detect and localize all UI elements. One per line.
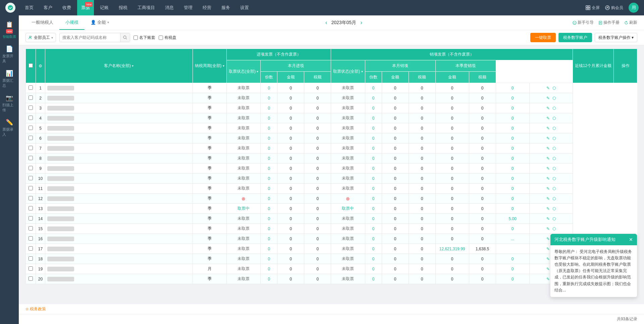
edit-icon[interactable]: ✎: [546, 116, 550, 121]
copy-icon[interactable]: ⬡: [552, 136, 556, 141]
edit-icon[interactable]: ✎: [546, 176, 550, 181]
row-checkbox[interactable]: [29, 166, 33, 170]
tax-digital-account-op-btn[interactable]: 税务数字账户操作 ▾: [595, 33, 637, 42]
row-checkbox[interactable]: [29, 156, 33, 160]
nav-item-service[interactable]: 服务: [217, 0, 234, 15]
edit-icon[interactable]: ✎: [546, 136, 550, 141]
copy-icon[interactable]: ⬡: [552, 106, 556, 111]
member-btn[interactable]: 购会员: [605, 5, 623, 11]
nav-item-manage[interactable]: 管理: [180, 0, 197, 15]
edit-icon[interactable]: ✎: [546, 237, 550, 241]
copy-icon[interactable]: ⬡: [552, 96, 556, 101]
tax-disk-checkbox-label[interactable]: 有税盘: [159, 35, 176, 41]
edit-icon[interactable]: ✎: [546, 226, 550, 231]
edit-icon[interactable]: ✎: [546, 186, 550, 191]
tax-period-filter-icon[interactable]: ▾: [223, 64, 224, 68]
refresh-btn[interactable]: 刷新: [624, 20, 637, 25]
tax-digital-account-btn[interactable]: 税务数字账户: [558, 33, 592, 42]
row-checkbox[interactable]: [29, 256, 33, 261]
tax-helper-link[interactable]: ⊙ 税务政策: [19, 304, 644, 314]
copy-icon[interactable]: ⬡: [552, 86, 556, 90]
select-all-checkbox[interactable]: [29, 63, 33, 68]
copy-icon[interactable]: ⬡: [552, 186, 556, 191]
row-checkbox[interactable]: [29, 186, 33, 190]
ledger-checkbox[interactable]: [133, 36, 138, 40]
edit-icon[interactable]: ✎: [546, 96, 550, 101]
manual-btn[interactable]: 操作手册: [598, 20, 620, 25]
tab-all-capable[interactable]: 👤 全能 ▾: [85, 16, 115, 30]
edit-icon[interactable]: ✎: [546, 156, 550, 161]
date-next-btn[interactable]: ›: [360, 19, 362, 26]
copy-icon[interactable]: ⬡: [552, 176, 556, 181]
date-prev-btn[interactable]: ‹: [325, 19, 327, 26]
row-checkbox[interactable]: [29, 276, 33, 281]
tab-general-taxpayer[interactable]: 一般纳税人: [25, 16, 59, 30]
row-checkbox[interactable]: [29, 266, 33, 271]
edit-icon[interactable]: ✎: [546, 206, 550, 211]
tax-disk-checkbox[interactable]: [159, 36, 163, 40]
sidebar-item-invoice-entry[interactable]: ✏️ 票据录入: [1, 116, 18, 140]
avatar[interactable]: 用: [629, 3, 639, 13]
tab-small-scale[interactable]: 小规模: [59, 16, 85, 30]
row-checkbox[interactable]: [29, 146, 33, 150]
edit-icon[interactable]: ✎: [546, 257, 550, 261]
edit-icon[interactable]: ✎: [546, 106, 550, 111]
employee-filter-select[interactable]: 全部员工 ▾: [25, 33, 56, 42]
settings-icon[interactable]: ⚙: [39, 64, 42, 68]
row-checkbox[interactable]: [29, 116, 33, 120]
popup-close-btn[interactable]: ✕: [629, 237, 633, 242]
ledger-checkbox-label[interactable]: 名下账套: [133, 35, 155, 41]
row-checkbox[interactable]: [29, 95, 33, 100]
sidebar-item-scan-upload[interactable]: 📷 扫描上传: [1, 91, 18, 115]
copy-icon[interactable]: ⬡: [552, 166, 556, 171]
nav-item-invoice[interactable]: 票据 new: [77, 0, 94, 15]
edit-icon[interactable]: ✎: [546, 277, 550, 281]
row-checkbox[interactable]: [29, 136, 33, 140]
row-checkbox[interactable]: [29, 196, 33, 200]
edit-icon[interactable]: ✎: [546, 216, 550, 221]
filter-icon[interactable]: ▾: [132, 64, 133, 68]
search-btn[interactable]: [120, 33, 130, 42]
copy-icon[interactable]: ⬡: [552, 226, 556, 231]
sidebar-item-smart-fetch[interactable]: 📋 new 智能取票: [1, 18, 18, 42]
row-checkbox[interactable]: [29, 206, 33, 210]
copy-icon[interactable]: ⬡: [552, 216, 556, 221]
nav-item-message[interactable]: 消息: [161, 0, 178, 15]
row-checkbox[interactable]: [29, 216, 33, 220]
edit-icon[interactable]: ✎: [546, 86, 550, 90]
edit-icon[interactable]: ✎: [546, 166, 550, 171]
row-checkbox[interactable]: [29, 176, 33, 180]
nav-item-accounting[interactable]: 记账: [96, 0, 113, 15]
row-checkbox[interactable]: [29, 246, 33, 251]
fullscreen-btn[interactable]: 全屏: [586, 5, 600, 11]
row-checkbox[interactable]: [29, 226, 33, 231]
nav-item-tax[interactable]: 报税: [115, 0, 131, 15]
in-status-filter-icon[interactable]: ▾: [257, 70, 258, 73]
sidebar-item-invoice-open[interactable]: 📄 发票开具: [1, 43, 18, 66]
copy-icon[interactable]: ⬡: [552, 156, 556, 161]
nav-item-home[interactable]: 首页: [21, 0, 38, 15]
edit-icon[interactable]: ✎: [546, 146, 550, 151]
edit-icon[interactable]: ✎: [546, 196, 550, 201]
row-checkbox[interactable]: [29, 236, 33, 241]
copy-icon[interactable]: ⬡: [552, 116, 556, 121]
copy-icon[interactable]: ⬡: [552, 126, 556, 131]
edit-icon[interactable]: ✎: [546, 267, 550, 271]
out-status-filter-icon[interactable]: ▾: [361, 70, 363, 73]
search-input[interactable]: [60, 34, 120, 41]
one-key-fetch-btn[interactable]: 一键取票: [530, 33, 556, 42]
nav-item-business2[interactable]: 经营: [199, 0, 215, 15]
row-checkbox[interactable]: [29, 85, 33, 90]
edit-icon[interactable]: ✎: [546, 247, 550, 251]
edit-icon[interactable]: ✎: [546, 126, 550, 131]
copy-icon[interactable]: ⬡: [552, 196, 556, 201]
nav-item-fee[interactable]: 收费: [58, 0, 75, 15]
copy-icon[interactable]: ⬡: [552, 206, 556, 211]
sidebar-item-invoice-summary[interactable]: 📊 票据汇总: [1, 67, 18, 91]
new-guide-btn[interactable]: ? 新手引导: [573, 20, 594, 25]
nav-item-client[interactable]: 客户: [40, 0, 56, 15]
copy-icon[interactable]: ⬡: [552, 146, 556, 151]
nav-item-settings[interactable]: 设置: [236, 0, 253, 15]
nav-item-business[interactable]: 工商项目: [133, 0, 159, 15]
row-checkbox[interactable]: [29, 106, 33, 110]
